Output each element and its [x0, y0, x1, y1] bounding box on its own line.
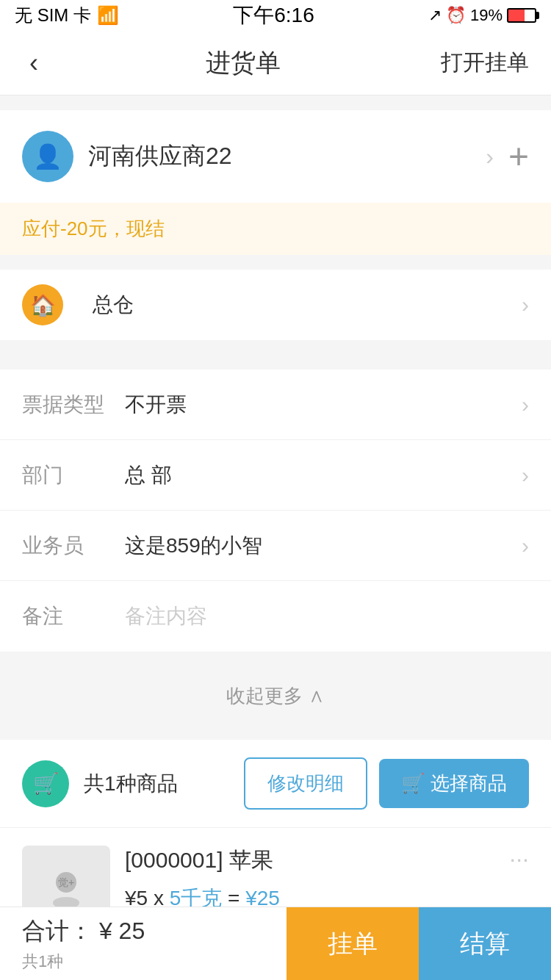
location-icon: ↗ — [428, 6, 442, 25]
checkout-button[interactable]: 结算 — [419, 907, 551, 980]
page-title: 进货单 — [206, 46, 281, 80]
gap-2 — [0, 340, 551, 355]
svg-text:觉+: 觉+ — [58, 876, 74, 888]
collapse-label: 收起更多 ∧ — [226, 683, 324, 709]
product-more-button[interactable]: ··· — [509, 846, 529, 873]
notice-text: 应付-20元，现结 — [22, 217, 165, 239]
form-section: 票据类型 不开票 › 部门 总 部 › 业务员 这是859的小智 › 备注 备注… — [0, 370, 551, 652]
ticket-type-row[interactable]: 票据类型 不开票 › — [0, 370, 551, 440]
alarm-icon: ⏰ — [446, 6, 466, 25]
open-pending-button[interactable]: 打开挂单 — [441, 48, 529, 78]
total-amount: 合计： ¥ 25 — [22, 915, 264, 948]
department-row[interactable]: 部门 总 部 › — [0, 440, 551, 511]
nav-bar: ‹ 进货单 打开挂单 — [0, 31, 551, 96]
salesperson-row[interactable]: 业务员 这是859的小智 › — [0, 511, 551, 581]
select-product-label: 选择商品 — [431, 771, 507, 796]
supplier-name: 河南供应商22 — [88, 140, 486, 173]
product-name: [0000001] 苹果 — [125, 846, 494, 876]
status-right: ↗ ⏰ 19% — [428, 6, 536, 25]
total-count: 共1种 — [22, 951, 264, 973]
back-button[interactable]: ‹ — [22, 40, 46, 86]
product-header: 🛒 共1种商品 修改明细 🛒 选择商品 — [0, 740, 551, 827]
status-left: 无 SIM 卡 📶 — [15, 4, 119, 27]
add-supplier-button[interactable]: + — [508, 139, 529, 174]
remark-row[interactable]: 备注 备注内容 — [0, 581, 551, 652]
salesperson-chevron-icon: › — [522, 533, 529, 558]
battery-icon — [507, 8, 536, 23]
product-title: 苹果 — [229, 848, 273, 872]
gap-1 — [0, 96, 551, 110]
notice-bar: 应付-20元，现结 — [0, 203, 551, 255]
select-product-icon: 🛒 — [401, 772, 425, 795]
select-product-button[interactable]: 🛒 选择商品 — [379, 759, 529, 808]
warehouse-icon: 🏠 — [22, 284, 63, 325]
department-chevron-icon: › — [522, 463, 529, 488]
total-label: 合计： — [22, 918, 93, 944]
warehouse-name: 总仓 — [93, 291, 522, 319]
product-id: [0000001] — [125, 848, 223, 872]
department-label: 部门 — [22, 461, 110, 489]
wifi-icon: 📶 — [97, 5, 119, 26]
salesperson-value: 这是859的小智 — [125, 532, 522, 560]
edit-detail-button[interactable]: 修改明细 — [244, 757, 367, 810]
ticket-chevron-icon: › — [522, 392, 529, 417]
ticket-type-label: 票据类型 — [22, 391, 110, 419]
collapse-bar[interactable]: 收起更多 ∧ — [0, 666, 551, 725]
product-count-label: 共1种商品 — [84, 770, 244, 798]
remark-label: 备注 — [22, 602, 110, 630]
carrier-label: 无 SIM 卡 — [15, 4, 91, 27]
total-value: ¥ 25 — [99, 918, 145, 944]
hold-button[interactable]: 挂单 — [287, 907, 419, 980]
remark-input[interactable]: 备注内容 — [125, 602, 529, 630]
status-time: 下午6:16 — [233, 1, 314, 29]
battery-percent: 19% — [470, 6, 503, 25]
avatar-icon: 👤 — [33, 143, 62, 170]
ticket-type-value: 不开票 — [125, 391, 522, 419]
bottom-total: 合计： ¥ 25 共1种 — [0, 907, 287, 980]
warehouse-chevron-icon: › — [522, 292, 529, 317]
supplier-avatar: 👤 — [22, 131, 73, 182]
supplier-row[interactable]: 👤 河南供应商22 › + — [0, 110, 551, 203]
supplier-section: 👤 河南供应商22 › + 应付-20元，现结 — [0, 110, 551, 255]
status-bar: 无 SIM 卡 📶 下午6:16 ↗ ⏰ 19% — [0, 0, 551, 31]
product-thumb-icon: 觉+ — [44, 868, 88, 912]
department-value: 总 部 — [125, 461, 522, 489]
salesperson-label: 业务员 — [22, 532, 110, 560]
bottom-bar: 合计： ¥ 25 共1种 挂单 结算 — [0, 907, 551, 980]
product-cart-icon: 🛒 — [22, 760, 69, 807]
supplier-chevron-icon: › — [486, 143, 494, 170]
warehouse-row[interactable]: 🏠 总仓 › — [0, 270, 551, 340]
